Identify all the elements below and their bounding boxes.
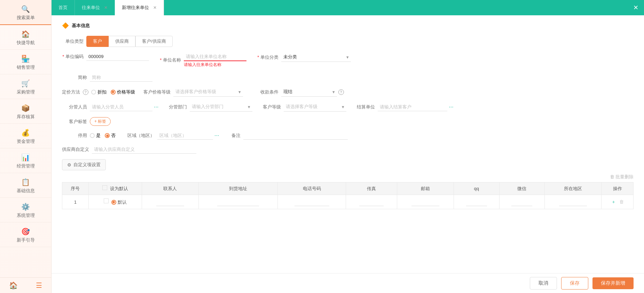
unit-name-field: 单位名称 请输入往来单位名称 <box>159 52 246 68</box>
short-name-input[interactable] <box>90 73 152 82</box>
unit-type-supplier[interactable]: 供应商 <box>109 36 135 47</box>
radio-price-level[interactable]: 价格等级 <box>111 89 135 95</box>
cell-fax[interactable] <box>346 195 397 209</box>
sidebar-bottom: 🏠 ☰ <box>0 277 51 293</box>
customer-level-placeholder: 请选择客户等级 <box>286 104 317 110</box>
custom-settings-button[interactable]: ⚙ 自定义项设置 <box>62 159 106 170</box>
sidebar-item-newbie[interactable]: 🎯 新手引导 <box>0 222 51 247</box>
radio-yes-label: 是 <box>96 132 101 139</box>
region-more-icon[interactable]: ··· <box>214 132 219 139</box>
col-region: 所在地区 <box>545 182 602 195</box>
radio-no-label: 否 <box>111 132 116 139</box>
cell-region[interactable] <box>545 195 602 209</box>
sidebar-item-search[interactable]: 🔍 搜索菜单 <box>0 0 51 25</box>
save-new-button[interactable]: 保存并新增 <box>592 277 634 289</box>
col-phone: 电话号码 <box>278 182 346 195</box>
dept-placeholder: 请输入分管部门 <box>192 104 223 110</box>
add-row-icon[interactable]: ＋ <box>611 199 616 204</box>
region-input[interactable] <box>157 131 213 140</box>
tab-partner-close[interactable]: ✕ <box>104 5 108 10</box>
settlement-more-icon[interactable]: ··· <box>449 104 453 110</box>
supplier-custom-input[interactable] <box>92 145 196 154</box>
basic-icon: 📋 <box>21 178 30 186</box>
dept-field: 分管部门 请输入分管部门 ▾ <box>165 102 252 112</box>
radio-price-level-label: 价格等级 <box>117 89 135 95</box>
tab-home[interactable]: 首页 <box>52 0 75 15</box>
tab-bar-close-all[interactable]: ✕ <box>633 4 644 11</box>
search-icon: 🔍 <box>21 5 30 13</box>
save-button[interactable]: 保存 <box>561 277 588 290</box>
sidebar-item-system[interactable]: ⚙️ 系统管理 <box>0 198 51 222</box>
sidebar-item-finance[interactable]: 💰 资金管理 <box>0 124 51 148</box>
manager-input[interactable] <box>90 103 152 111</box>
dept-select[interactable]: 请输入分管部门 ▾ <box>190 102 252 112</box>
unit-type-customer[interactable]: 客户 <box>86 36 109 47</box>
batch-delete-btn[interactable]: 🗑 批量删除 <box>62 174 634 180</box>
chevron-down-icon: ▾ <box>346 55 349 60</box>
disabled-field: 停用 是 否 <box>62 132 116 139</box>
supplier-custom-row: 供应商自定义 <box>62 145 634 154</box>
payment-terms-label: 收款条件 <box>253 89 281 95</box>
wechat-input[interactable] <box>511 198 532 206</box>
customer-price-placeholder: 请选择客户价格等级 <box>175 89 216 95</box>
system-icon: ⚙️ <box>21 203 30 211</box>
sidebar-item-label: 搜索菜单 <box>17 15 35 21</box>
unit-type-both[interactable]: 客户/供应商 <box>135 36 173 47</box>
phone-input[interactable] <box>294 198 329 206</box>
radio-discount[interactable]: 折扣 <box>91 89 107 95</box>
tab-partner[interactable]: 往来单位 ✕ <box>75 0 115 15</box>
sidebar-item-quick-nav[interactable]: 🏠 快捷导航 <box>0 25 51 50</box>
sidebar-menu-btn[interactable]: ☰ <box>36 281 42 290</box>
unit-category-select[interactable]: 未分类 ▾ <box>281 52 351 62</box>
tab-new-partner-close[interactable]: ✕ <box>153 5 157 10</box>
contact-input[interactable] <box>156 198 184 206</box>
payment-info-icon[interactable]: ? <box>338 89 344 95</box>
cell-address[interactable] <box>198 195 278 209</box>
unit-type-group: 客户 供应商 客户/供应商 <box>86 36 173 47</box>
sidebar-item-basic[interactable]: 📋 基础信息 <box>0 173 51 198</box>
cell-email[interactable] <box>397 195 454 209</box>
settlement-input[interactable] <box>378 103 447 111</box>
note-input[interactable] <box>243 131 348 140</box>
unit-name-input[interactable] <box>184 52 246 61</box>
address-input[interactable] <box>217 198 259 206</box>
manager-more-icon[interactable]: ··· <box>154 104 158 110</box>
pricing-radio-group: 折扣 价格等级 <box>91 89 135 95</box>
cell-qq[interactable] <box>454 195 499 209</box>
batch-delete-icon: 🗑 <box>610 174 614 179</box>
payment-terms-select[interactable]: 现结 ▾ <box>281 87 337 97</box>
sidebar-item-label: 经营管理 <box>17 163 35 169</box>
fax-input[interactable] <box>359 198 384 206</box>
content-area: 🔶 基本信息 单位类型 客户 供应商 客户/供应商 单位编码 000009 单位… <box>52 15 644 273</box>
footer-bar: 取消 保存 保存并新增 <box>52 273 644 293</box>
pricing-info-icon[interactable]: ? <box>83 89 88 95</box>
radio-no-circle <box>105 133 110 138</box>
cell-phone[interactable] <box>278 195 346 209</box>
tab-new-partner-label: 新增往来单位 <box>122 5 149 11</box>
tag-add-button[interactable]: + 标签 <box>90 117 111 126</box>
sidebar-item-purchase[interactable]: 🛒 采购管理 <box>0 74 51 99</box>
customer-price-select[interactable]: 请选择客户价格等级 ▾ <box>173 87 243 97</box>
supplier-custom-label: 供应商自定义 <box>62 146 92 153</box>
radio-yes[interactable]: 是 <box>90 132 101 139</box>
cell-wechat[interactable] <box>499 195 545 209</box>
qq-input[interactable] <box>466 198 487 206</box>
sidebar-item-operation[interactable]: 📊 经营管理 <box>0 148 51 173</box>
sidebar-item-inventory[interactable]: 📦 库存核算 <box>0 99 51 124</box>
header-checkbox[interactable] <box>102 185 107 190</box>
row-default-radio[interactable]: 默认 <box>111 199 127 205</box>
cancel-button[interactable]: 取消 <box>530 277 557 290</box>
region-table-input[interactable] <box>559 198 587 206</box>
tab-new-partner[interactable]: 新增往来单位 ✕ <box>115 0 164 15</box>
customer-level-select[interactable]: 请选择客户等级 ▾ <box>284 102 346 112</box>
table-section: ⚙ 自定义项设置 🗑 批量删除 序号 设为默认 联系人 到货地址 <box>62 159 634 209</box>
col-fax: 传真 <box>346 182 397 195</box>
cell-contact[interactable] <box>142 195 198 209</box>
unit-code-input[interactable]: 000009 <box>86 52 149 61</box>
sidebar-item-sales[interactable]: 🏪 销售管理 <box>0 50 51 74</box>
delete-row-icon[interactable]: 🗑 <box>619 199 624 204</box>
sidebar-home-btn[interactable]: 🏠 <box>9 281 18 290</box>
email-input[interactable] <box>411 198 439 206</box>
row-checkbox[interactable] <box>104 198 109 203</box>
radio-no[interactable]: 否 <box>105 132 116 139</box>
